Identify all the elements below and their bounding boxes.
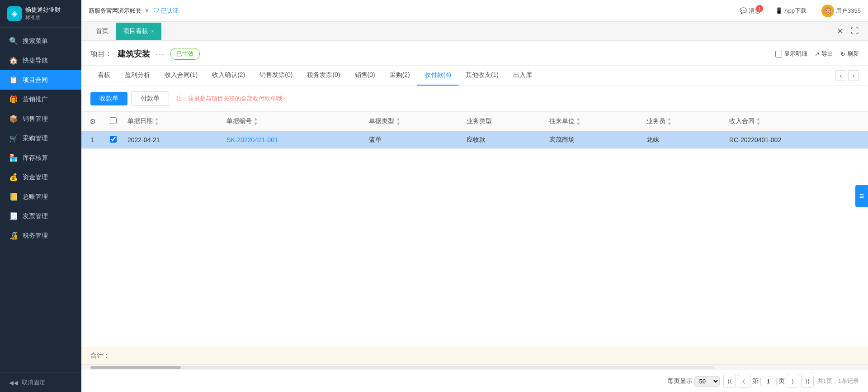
receipt-tab-button[interactable]: 收款单 <box>90 92 127 105</box>
sub-tab-other-expense[interactable]: 其他收支(1) <box>458 66 506 86</box>
sub-tabs: 看板 盈利分析 收入合同(1) 收入确认(2) 销售发票(0) 税务发票(0) … <box>81 66 868 86</box>
sub-tab-receipt-payment[interactable]: 收付款(4) <box>417 66 458 86</box>
more-options-icon[interactable]: ··· <box>156 49 165 59</box>
sub-tab-next-button[interactable]: › <box>848 70 859 81</box>
search-icon: 🔍 <box>9 37 18 45</box>
sort-partner[interactable]: 往来单位 ▲▼ <box>549 116 636 126</box>
close-window-button[interactable]: ✕ <box>835 25 845 37</box>
sidebar-item-sales[interactable]: 📦 销售管理 <box>0 109 81 129</box>
prev-page-button[interactable]: ⟨ <box>738 375 750 387</box>
certified-label: 已认证 <box>161 7 179 15</box>
tab-close-icon[interactable]: × <box>151 28 154 34</box>
tab-project-board[interactable]: 项目看板 × <box>116 23 161 40</box>
tab-home[interactable]: 首页 <box>89 23 116 40</box>
inventory-icon: 🏪 <box>9 153 18 162</box>
sidebar-item-marketing[interactable]: 🎁 营销推广 <box>0 90 81 109</box>
message-icon: 💬 <box>740 7 747 14</box>
first-page-button[interactable]: ⟨⟨ <box>723 375 736 387</box>
sub-tab-kanban[interactable]: 看板 <box>90 66 118 86</box>
payment-tab-button[interactable]: 付款单 <box>131 91 169 106</box>
page-content: 项目： 建筑安装 ··· 已生效 显示明细 ↗ 导出 ↻ 刷新 <box>81 41 868 392</box>
sort-date-icon: ▲▼ <box>154 116 159 126</box>
export-icon: ↗ <box>815 51 820 57</box>
document-number-link[interactable]: SK-20220421-001 <box>226 136 278 143</box>
sub-tab-sales[interactable]: 销售(0) <box>348 66 382 86</box>
unpin-label: 取消固定 <box>22 378 45 387</box>
sidebar-item-search[interactable]: 🔍 搜索菜单 <box>0 31 81 51</box>
app-name: 畅捷通好业财 <box>25 6 61 14</box>
select-all-checkbox[interactable] <box>110 117 117 124</box>
sub-tab-nav: ‹ › <box>835 70 859 81</box>
tab-home-label: 首页 <box>96 27 108 35</box>
horizontal-scrollbar[interactable] <box>81 364 868 370</box>
cell-salesperson: 龙妹 <box>641 131 724 149</box>
sidebar: ◈ 畅捷通好业财 标准版 🔍 搜索菜单 🏠 快捷导航 📋 项目合同 🎁 营销推广… <box>0 0 81 392</box>
app-download-button[interactable]: 📱 App下载 <box>775 7 807 15</box>
sidebar-item-finance[interactable]: 💰 资金管理 <box>0 167 81 187</box>
sort-income-contract-icon: ▲▼ <box>756 116 761 126</box>
message-button[interactable]: 💬 消息 1 <box>740 7 760 15</box>
sort-type[interactable]: 单据类型 ▲▼ <box>369 116 455 126</box>
sidebar-item-general-ledger[interactable]: 📒 总账管理 <box>0 187 81 206</box>
project-header: 项目： 建筑安装 ··· 已生效 显示明细 ↗ 导出 ↻ 刷新 <box>81 41 868 66</box>
sub-tab-sales-invoice[interactable]: 销售发票(0) <box>252 66 300 86</box>
sidebar-item-quick-nav[interactable]: 🏠 快捷导航 <box>0 51 81 70</box>
col-header-check <box>104 112 122 131</box>
show-detail-check-input[interactable] <box>775 51 782 57</box>
per-page-select[interactable]: 50 100 200 <box>694 376 720 387</box>
sub-tab-tax-invoice[interactable]: 税务发票(0) <box>300 66 347 86</box>
sidebar-item-tax[interactable]: 🔏 税务管理 <box>0 226 81 245</box>
page-number-input[interactable] <box>760 377 777 386</box>
refresh-icon: ↻ <box>840 51 845 57</box>
sort-income-contract[interactable]: 收入合同 ▲▼ <box>729 116 863 126</box>
sub-tab-income-contract[interactable]: 收入合同(1) <box>157 66 205 86</box>
right-panel-toggle[interactable]: ≡ <box>855 185 868 207</box>
chevron-down-icon: ▼ <box>144 8 150 14</box>
sort-date[interactable]: 单据日期 ▲▼ <box>127 116 216 126</box>
sidebar-item-project-contract[interactable]: 📋 项目合同 <box>0 70 81 90</box>
sub-tab-income-confirm[interactable]: 收入确认(2) <box>205 66 252 86</box>
page-suffix: 页 <box>778 377 785 385</box>
project-status-badge: 已生效 <box>170 48 200 60</box>
sidebar-item-inventory[interactable]: 🏪 库存核算 <box>0 148 81 167</box>
account-selector[interactable]: 新服务官网演示账套 ▼ <box>89 7 150 15</box>
sort-number[interactable]: 单据编号 ▲▼ <box>226 116 358 126</box>
refresh-label: 刷新 <box>847 50 859 58</box>
sidebar-item-label: 项目合同 <box>23 76 48 84</box>
user-button[interactable]: 🐵 用户3355 <box>821 5 861 17</box>
cell-partner: 宏茂商场 <box>544 131 641 149</box>
total-row: 合计： <box>81 347 868 364</box>
row-checkbox[interactable] <box>110 136 117 143</box>
app-logo-icon: ◈ <box>7 6 22 21</box>
table-row[interactable]: 1 2022-04-21 SK-20220421-001 蓝单 应收款 宏茂商场… <box>81 131 868 149</box>
show-detail-checkbox[interactable]: 显示明细 <box>775 50 807 58</box>
sidebar-item-label: 发票管理 <box>23 212 48 220</box>
refresh-button[interactable]: ↻ 刷新 <box>840 50 859 58</box>
show-detail-label: 显示明细 <box>784 50 807 58</box>
sidebar-unpin-button[interactable]: ◀◀ 取消固定 <box>0 373 81 392</box>
export-button[interactable]: ↗ 导出 <box>815 50 833 58</box>
pagination: 每页显示 50 100 200 ⟨⟨ ⟨ 第 页 ⟩ ⟩⟩ 共1页，1条记录 <box>81 370 868 392</box>
cell-number: SK-20220421-001 <box>221 131 363 149</box>
last-page-button[interactable]: ⟩⟩ <box>801 375 814 387</box>
fullscreen-button[interactable]: ⛶ <box>849 25 861 37</box>
sub-tab-purchase[interactable]: 采购(2) <box>382 66 417 86</box>
sidebar-logo: ◈ 畅捷通好业财 标准版 <box>0 0 81 28</box>
sidebar-item-purchase[interactable]: 🛒 采购管理 <box>0 129 81 148</box>
sidebar-item-invoice[interactable]: 🧾 发票管理 <box>0 206 81 226</box>
next-page-button[interactable]: ⟩ <box>787 375 799 387</box>
project-header-actions: 显示明细 ↗ 导出 ↻ 刷新 <box>775 50 859 58</box>
sub-tab-profit[interactable]: 盈利分析 <box>118 66 157 86</box>
sort-salesperson[interactable]: 业务员 ▲▼ <box>646 116 718 126</box>
sub-tab-inout[interactable]: 出入库 <box>506 66 539 86</box>
unpin-icon: ◀◀ <box>9 379 18 386</box>
sidebar-item-label: 采购管理 <box>23 134 48 143</box>
notification-count: 1 <box>756 5 763 12</box>
total-label: 合计： <box>90 352 109 359</box>
finance-icon: 💰 <box>9 173 18 182</box>
table-settings-button[interactable]: ⚙ <box>90 117 96 126</box>
home-icon: 🏠 <box>9 56 18 65</box>
sub-tab-prev-button[interactable]: ‹ <box>835 70 846 81</box>
tabbar: 首页 项目看板 × ✕ ⛶ <box>81 22 868 41</box>
account-name: 新服务官网演示账套 <box>89 7 142 15</box>
